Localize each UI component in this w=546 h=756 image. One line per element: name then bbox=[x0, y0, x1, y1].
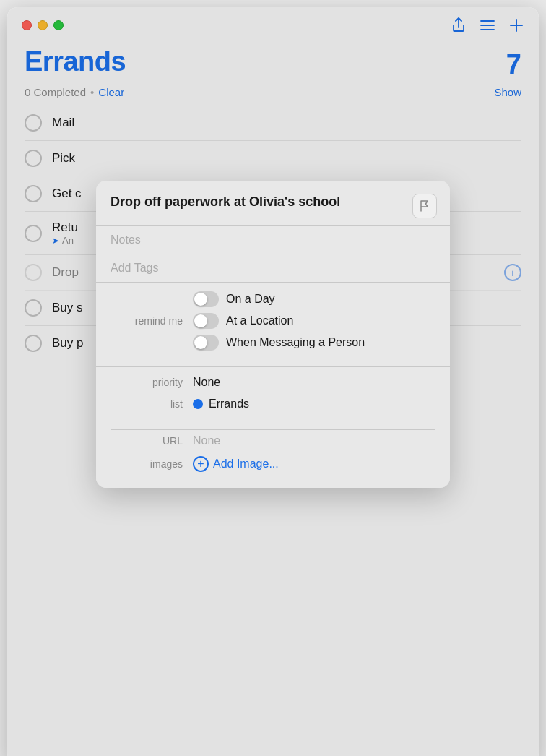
notes-field[interactable]: Notes bbox=[96, 226, 450, 254]
on-a-day-toggle[interactable] bbox=[193, 291, 219, 307]
list-label: list bbox=[110, 398, 183, 410]
url-value[interactable]: None bbox=[193, 434, 220, 447]
flag-button[interactable] bbox=[412, 194, 437, 218]
messaging-toggle[interactable] bbox=[193, 335, 219, 351]
add-image-button[interactable]: + Add Image... bbox=[193, 456, 279, 472]
on-a-day-label: On a Day bbox=[226, 293, 275, 306]
remind-options: On a Day At a Location When Messaging a … bbox=[193, 291, 365, 351]
list-row: list Errands bbox=[110, 393, 436, 415]
url-images-section: URL None images + Add Image... bbox=[96, 424, 450, 488]
remind-option-day: On a Day bbox=[193, 291, 365, 307]
images-label: images bbox=[110, 458, 183, 470]
images-row: images + Add Image... bbox=[110, 452, 436, 476]
list-name: Errands bbox=[209, 398, 249, 411]
remind-me-label: remind me bbox=[110, 315, 183, 327]
priority-list-section: priority None list Errands bbox=[96, 367, 450, 424]
remind-me-section: remind me On a Day At a Location W bbox=[96, 283, 450, 366]
add-image-icon: + bbox=[193, 456, 209, 472]
priority-row: priority None bbox=[110, 371, 436, 393]
priority-label: priority bbox=[110, 377, 183, 388]
messaging-label: When Messaging a Person bbox=[226, 336, 365, 349]
remind-option-messaging: When Messaging a Person bbox=[193, 335, 365, 351]
list-value[interactable]: Errands bbox=[193, 398, 249, 411]
popup-title: Drop off paperwork at Olivia's school bbox=[110, 194, 340, 210]
at-location-toggle[interactable] bbox=[193, 313, 219, 329]
remind-option-location: At a Location bbox=[193, 313, 365, 329]
task-detail-popup: Drop off paperwork at Olivia's school No… bbox=[96, 181, 450, 488]
tags-field[interactable]: Add Tags bbox=[96, 254, 450, 282]
url-row: URL None bbox=[110, 429, 436, 452]
url-label: URL bbox=[110, 435, 183, 447]
popup-overlay: Drop off paperwork at Olivia's school No… bbox=[7, 7, 539, 756]
add-image-label: Add Image... bbox=[213, 458, 279, 471]
priority-value[interactable]: None bbox=[193, 376, 220, 389]
popup-header: Drop off paperwork at Olivia's school bbox=[96, 181, 450, 225]
list-color-dot bbox=[193, 399, 203, 409]
at-location-label: At a Location bbox=[226, 314, 293, 327]
app-window: Errands 7 0 Completed • Clear Show Mail … bbox=[7, 7, 539, 756]
remind-row: remind me On a Day At a Location W bbox=[110, 291, 436, 351]
